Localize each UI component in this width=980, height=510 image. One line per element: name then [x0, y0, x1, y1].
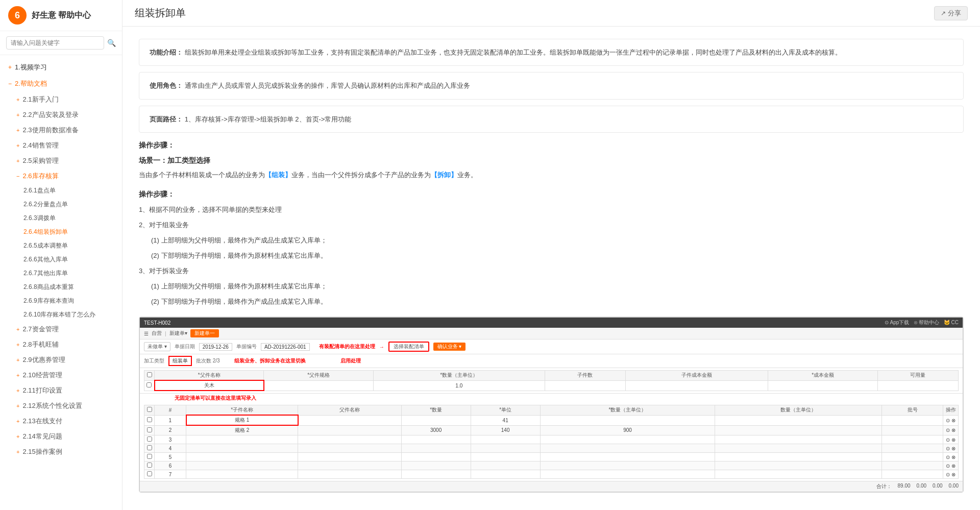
intro-label: 功能介绍： [150, 48, 183, 56]
annotation-1: 有装配清单的在这里处理 [319, 343, 375, 350]
form-date-value: 2019-12-26 [199, 343, 232, 351]
search-input[interactable] [6, 36, 104, 50]
sidebar-item-docs-label: 2.帮助文档 [15, 79, 47, 88]
footer-v3: 0.00 [933, 483, 942, 490]
plus-icon-2: + [16, 96, 19, 103]
form-confirm-btn: 确认业务 ▾ [433, 343, 466, 351]
app-form-area: 未做单 ▾ 单据日期 2019-12-26 单据编号 AD-20191226-0… [140, 339, 963, 354]
sidebar-item-pay[interactable]: + 2.13在线支付 [0, 414, 122, 429]
minus-icon: − [8, 80, 12, 87]
plus-icon-8: + [16, 342, 19, 348]
minus-icon-2: − [16, 173, 19, 179]
sidebar-item-finance-label: 2.7资金管理 [22, 325, 58, 334]
sidebar-item-faq[interactable]: + 2.14常见问题 [0, 429, 122, 444]
utr1-6 [768, 380, 877, 391]
uth-3: *数量（主单位） [373, 371, 545, 381]
plus-icon-4: + [16, 127, 19, 133]
upper-table: *父件名称 *父件规格 *数量（主单位） 子件数 子件成本金额 *成本金额 可用… [144, 370, 959, 391]
utr1-1: 关木 [155, 380, 264, 391]
app-nav-bar: ☰ 自营 | 新建单▾ 新建单一 [140, 328, 963, 339]
lower-table-row-7: 7 ⊙ ⊗ [144, 470, 959, 479]
sidebar-item-print[interactable]: + 2.11打印设置 [0, 383, 122, 398]
plus-icon-10: + [16, 372, 19, 378]
sidebar-item-print-label: 2.11打印设置 [22, 386, 62, 395]
sidebar-item-2.6.9[interactable]: 2.6.9库存账本查询 [0, 294, 122, 308]
steps-title: 操作步骤： [139, 190, 964, 199]
sidebar-item-finance[interactable]: + 2.7资金管理 [0, 322, 122, 337]
app-menu-icon: ☰ [144, 331, 149, 336]
sidebar-item-pay-label: 2.13在线支付 [22, 417, 62, 426]
lower-table-row-3: 3 ⊙ ⊗ [144, 435, 959, 444]
sidebar-item-install[interactable]: + 2.2产品安装及登录 [0, 107, 122, 123]
form-date-label: 单据日期 [175, 343, 195, 350]
uth-6: *成本金额 [768, 371, 877, 381]
lower-table-header: # *子件名称 父件名称 *数量 *单位 *数量（主单位） 数量（主单位） 批号… [144, 405, 959, 416]
sidebar-item-mobile[interactable]: + 2.8手机旺辅 [0, 337, 122, 352]
uth-select [144, 371, 155, 381]
lower-table-row-4: 4 ⊙ ⊗ [144, 444, 959, 453]
sidebar-item-docs[interactable]: − 2.帮助文档 [0, 76, 122, 92]
sidebar-item-2.6.6[interactable]: 2.6.6其他入库单 [0, 253, 122, 266]
sidebar-item-custom[interactable]: + 2.12系统个性化设置 [0, 398, 122, 414]
search-icon[interactable]: 🔍 [107, 39, 116, 47]
nav-section-video: + 1.视频学习 [0, 59, 122, 76]
sidebar-item-2.6.10[interactable]: 2.6.10库存账本错了怎么办 [0, 308, 122, 322]
sidebar-item-2.6.2[interactable]: 2.6.2分量盘点单 [0, 198, 122, 211]
main-content: 组装拆卸单 ↗ 分享 功能介绍： 组装拆卸单用来处理企业组装或拆卸等加工业务，支… [122, 0, 980, 510]
sidebar-item-prepare-label: 2.3使用前数据准备 [22, 126, 78, 135]
intro-block: 功能介绍： 组装拆卸单用来处理企业组装或拆卸等加工业务，支持有固定装配清单的产品… [139, 39, 964, 66]
plus-icon-3: + [16, 112, 19, 118]
sidebar-item-purchase[interactable]: + 2.5采购管理 [0, 153, 122, 168]
topbar: 组装拆卸单 ↗ 分享 [122, 0, 980, 27]
uth-7: 可用量 [877, 371, 958, 381]
app-screenshot: TEST-H002 ⊙ App下载 ⊙ 帮助中心 🐱 CC ☰ 自营 | 新建单… [139, 317, 963, 492]
footer-v1: 89.00 [898, 483, 911, 490]
sidebar-item-video[interactable]: + 1.视频学习 [0, 59, 122, 76]
sidebar-item-sales-label: 2.4销售管理 [22, 141, 58, 150]
sidebar-item-video-label: 1.视频学习 [15, 63, 47, 72]
app-header-id: TEST-H002 [144, 320, 170, 326]
sidebar-item-2.6.8[interactable]: 2.6.8商品成本重算 [0, 280, 122, 294]
lth-num: # [155, 405, 186, 416]
sidebar-item-inventory-label: 2.6库存核算 [22, 172, 58, 181]
app-header-right: ⊙ App下载 ⊙ 帮助中心 🐱 CC [885, 319, 959, 326]
form-status-btn: 未做单 ▾ [144, 342, 170, 351]
sidebar-item-cases[interactable]: + 2.15操作案例 [0, 444, 122, 459]
sidebar-item-2.6.1[interactable]: 2.6.1盘点单 [0, 184, 122, 198]
sidebar-item-sales[interactable]: + 2.4销售管理 [0, 138, 122, 153]
utr1-5 [625, 380, 768, 391]
sidebar-item-newbie[interactable]: + 2.1新手入门 [0, 92, 122, 107]
share-label: 分享 [948, 9, 961, 18]
sidebar-item-inventory[interactable]: − 2.6库存核算 [0, 168, 122, 184]
search-bar: 🔍 [0, 31, 122, 55]
lower-table: # *子件名称 父件名称 *数量 *单位 *数量（主单位） 数量（主单位） 批号… [144, 405, 959, 479]
plus-icon-6: + [16, 158, 19, 164]
sidebar-item-2.6.4[interactable]: 2.6.4组装拆卸单 [0, 225, 122, 239]
form-count-label: 批次数 2/3 [196, 357, 220, 365]
sidebar-item-ops[interactable]: + 2.10经营管理 [0, 368, 122, 383]
sidebar-item-prepare[interactable]: + 2.3使用前数据准备 [0, 123, 122, 138]
sidebar-item-2.6.3[interactable]: 2.6.3调拨单 [0, 211, 122, 225]
sidebar-item-coupon[interactable]: + 2.9优惠券管理 [0, 352, 122, 368]
role-block: 使用角色： 通常由生产人员或库管人员完成拆装业务的操作，库管人员确认原材料的出库… [139, 72, 964, 99]
sidebar-item-custom-label: 2.12系统个性化设置 [22, 401, 82, 410]
screenshot-inner: TEST-H002 ⊙ App下载 ⊙ 帮助中心 🐱 CC ☰ 自营 | 新建单… [139, 317, 963, 492]
lower-table-row-6: 6 ⊙ ⊗ [144, 462, 959, 470]
sidebar-item-purchase-label: 2.5采购管理 [22, 156, 58, 165]
lth-sel [144, 405, 155, 416]
step-1: 1、根据不同的业务，选择不同单据的类型来处理 [139, 203, 964, 216]
sidebar-item-2.6.7[interactable]: 2.6.7其他出库单 [0, 266, 122, 280]
form-code-label: 单据编号 [236, 343, 257, 350]
plus-icon-15: + [16, 449, 19, 455]
plus-icon-13: + [16, 418, 19, 424]
utr1-3: 1.0 [373, 380, 545, 391]
plus-icon-12: + [16, 403, 19, 409]
uth-5: 子件成本金额 [625, 371, 768, 381]
utr1-7 [877, 380, 958, 391]
lth-4: *单位 [471, 405, 540, 416]
uth-4: 子件数 [545, 371, 625, 381]
sidebar-item-2.6.5[interactable]: 2.6.5成本调整单 [0, 239, 122, 253]
role-text: 通常由生产人员或库管人员完成拆装业务的操作，库管人员确认原材料的出库和产成品的入… [185, 82, 470, 89]
plus-icon-11: + [16, 387, 19, 394]
share-button[interactable]: ↗ 分享 [934, 6, 968, 20]
